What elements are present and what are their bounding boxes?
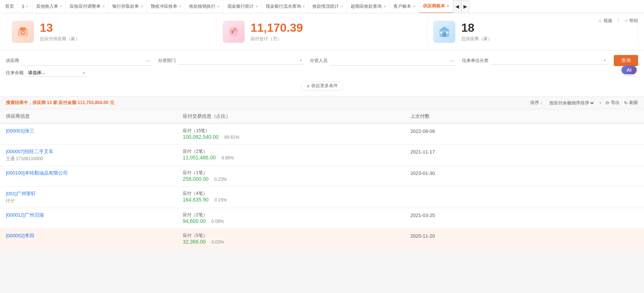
nav-tab-other-income-close[interactable]: × bbox=[60, 4, 62, 8]
nav-tab-cashbank-stat[interactable]: 现金银行统计 × bbox=[224, 0, 262, 13]
table-row: [000001]张三 应付（15笔） 100,092,540.00 89.61%… bbox=[0, 124, 644, 145]
sort-select[interactable]: 按应付余额倒序排序 bbox=[548, 100, 595, 106]
nav-tab-overdue-label: 超期应收款查询 bbox=[351, 3, 382, 10]
filter-dept: 分管部门 ▾ bbox=[158, 57, 304, 65]
nav-prev-arrow[interactable]: ◀ bbox=[453, 0, 461, 13]
tx-amount-5[interactable]: 94,600.00 bbox=[183, 218, 206, 224]
supplier-link-1[interactable]: [000001]张三 bbox=[6, 128, 34, 134]
tx-amount-4[interactable]: 164,635.90 bbox=[183, 197, 209, 203]
nav-tab-3-close[interactable]: × bbox=[26, 4, 28, 8]
col-header-lastpay: 上次付数 bbox=[410, 113, 638, 120]
nav-tab-prepay-close[interactable]: × bbox=[179, 4, 181, 8]
nav-tab-collection-label: 收款核销执行 bbox=[189, 3, 216, 10]
tx-amount-6[interactable]: 32,366.00 bbox=[183, 239, 206, 245]
supplier-info-4: [001]广州荣轩 仔仔 bbox=[6, 190, 183, 204]
filter-balance-label: 往来余额 bbox=[6, 70, 24, 76]
tx-label-5: 应付（2笔） bbox=[183, 212, 410, 218]
nav-tab-supplier-ledger[interactable]: 供应商账本 × bbox=[419, 0, 453, 13]
ai-button[interactable]: Ai bbox=[622, 66, 637, 74]
nav-tab-3-label: 3 bbox=[22, 4, 24, 9]
nav-tab-adjustment[interactable]: 应收应付调整单 × bbox=[66, 0, 109, 13]
supplier-link-4[interactable]: [001]广州荣轩 bbox=[6, 191, 36, 196]
supplier-info-1: [000001]张三 bbox=[6, 128, 183, 135]
card-number-store: 18 bbox=[461, 21, 492, 34]
table-row: [000007]恒旺二手叉车 王通 17106110000 应付（2笔） 11,… bbox=[0, 145, 644, 166]
nav-tab-customer-ledger-label: 客户账本 bbox=[393, 3, 411, 10]
supplier-sub-2: 王通 17106110000 bbox=[6, 156, 183, 162]
supplier-link-5[interactable]: [000012]广州贝瑞 bbox=[6, 212, 44, 218]
nav-tab-bank-close[interactable]: × bbox=[141, 4, 143, 8]
export-button[interactable]: ⟳ 导出 bbox=[606, 100, 620, 106]
nav-tab-collection-stat-label: 收款情况统计 bbox=[312, 3, 339, 10]
nav-tab-collection-stat-close[interactable]: × bbox=[341, 4, 343, 8]
nav-tab-collection-close[interactable]: × bbox=[217, 4, 220, 8]
result-supplier-unit: 家 bbox=[53, 100, 57, 105]
filter-area: 供应商 ··· 分管部门 ▾ 分管人员 ··· 往来单位分类 bbox=[0, 51, 644, 97]
tx-info-4: 应付（4笔） 164,635.90 0.15% bbox=[183, 190, 410, 203]
supplier-info-6: [000002]李四 bbox=[6, 232, 183, 240]
nav-tab-bank[interactable]: 银行存取款单 × bbox=[109, 0, 147, 13]
svg-point-7 bbox=[233, 27, 237, 32]
data-table: 供应商信息 应付交易信息（占比） 上次付数 [000001]张三 应付（15笔）… bbox=[0, 109, 644, 249]
nav-tab-other-income[interactable]: 其他收入单 × bbox=[32, 0, 66, 13]
nav-tab-adjustment-close[interactable]: × bbox=[102, 4, 105, 8]
filter-dept-select-wrapper: ▾ bbox=[178, 57, 304, 65]
search-button[interactable]: 查询 bbox=[614, 55, 638, 66]
top-navigation: 首页 3 × 其他收入单 × 应收应付调整单 × 银行存取款单 × 预收冲应收单… bbox=[0, 0, 644, 13]
tx-amount-3[interactable]: 258,000.00 bbox=[183, 176, 209, 182]
nav-tab-customer-ledger-close[interactable]: × bbox=[413, 4, 415, 8]
nav-tab-cashbank-flow[interactable]: 现金银行流水查询 × bbox=[262, 0, 309, 13]
supplier-dots-icon[interactable]: ··· bbox=[146, 58, 150, 63]
table-header: 供应商信息 应付交易信息（占比） 上次付数 bbox=[0, 109, 644, 124]
card-label-store: 总供应商（家） bbox=[461, 36, 492, 42]
supplier-link-2[interactable]: [000007]恒旺二手叉车 bbox=[6, 149, 53, 154]
person-dots-icon[interactable]: ··· bbox=[449, 58, 454, 63]
card-payable-suppliers: 13 总应付供应商（家） bbox=[6, 18, 217, 46]
nav-tab-customer-ledger[interactable]: 客户账本 × bbox=[390, 0, 419, 13]
help-link[interactable]: ⊙ 帮助 bbox=[624, 18, 638, 24]
tx-label-1: 应付（15笔） bbox=[183, 128, 410, 134]
nav-tab-3[interactable]: 3 × bbox=[18, 0, 32, 13]
filter-category-label: 往来单位分类 bbox=[462, 58, 489, 64]
nav-tab-prepay[interactable]: 预收冲应收单 × bbox=[147, 0, 185, 13]
supplier-link-6[interactable]: [000002]李四 bbox=[6, 233, 34, 238]
nav-tab-overdue[interactable]: 超期应收款查询 × bbox=[347, 0, 390, 13]
nav-tab-home[interactable]: 首页 bbox=[1, 0, 18, 13]
person-input[interactable] bbox=[332, 57, 449, 64]
balance-select[interactable]: 请选择... bbox=[28, 70, 83, 75]
summary-cards: 13 总应付供应商（家） ¥ 11,170.39 应付合计（万） bbox=[0, 13, 644, 51]
tx-amount-2[interactable]: 11,051,486.00 bbox=[183, 155, 216, 161]
nav-tab-overdue-close[interactable]: × bbox=[384, 4, 386, 8]
video-link[interactable]: ⊙ 视频 bbox=[598, 18, 612, 24]
nav-tab-cashbank-stat-label: 现金银行统计 bbox=[227, 3, 254, 10]
tx-info-6: 应付（5笔） 32,366.00 0.03% bbox=[183, 232, 410, 245]
tx-percent-6: 0.03% bbox=[211, 239, 224, 245]
filter-person-label: 分管人员 bbox=[310, 58, 328, 64]
tx-label-6: 应付（5笔） bbox=[183, 232, 410, 239]
supplier-link-3[interactable]: [000100]本特勤油品有限公司 bbox=[6, 170, 68, 176]
nav-tab-cashbank-flow-close[interactable]: × bbox=[303, 4, 305, 8]
svg-rect-11 bbox=[440, 32, 442, 34]
nav-tab-supplier-ledger-close[interactable]: × bbox=[447, 4, 449, 8]
card-label-payable: 总应付供应商（家） bbox=[40, 36, 80, 42]
nav-tab-cashbank-stat-close[interactable]: × bbox=[256, 4, 258, 8]
supplier-input[interactable] bbox=[24, 57, 146, 64]
tx-percent-4: 0.15% bbox=[214, 197, 227, 203]
nav-tab-cashbank-flow-label: 现金银行流水查询 bbox=[266, 3, 301, 10]
nav-tab-home-label: 首页 bbox=[5, 3, 14, 10]
collapse-button[interactable]: ∧ 收起更多条件 bbox=[301, 81, 343, 90]
nav-tab-collection-stat[interactable]: 收款情况统计 × bbox=[309, 0, 347, 13]
filter-supplier: 供应商 ··· bbox=[6, 56, 152, 66]
nav-tab-prepay-label: 预收冲应收单 bbox=[151, 3, 177, 10]
refresh-button[interactable]: ↻ 刷新 bbox=[624, 100, 638, 106]
nav-next-arrow[interactable]: ▶ bbox=[461, 0, 469, 13]
tx-label-3: 应付（1笔） bbox=[183, 170, 410, 176]
nav-tab-collection[interactable]: 收款核销执行 × bbox=[185, 0, 224, 13]
category-select[interactable] bbox=[493, 58, 604, 63]
tx-info-3: 应付（1笔） 258,000.00 0.23% bbox=[183, 170, 410, 182]
tx-amount-1[interactable]: 100,092,540.00 bbox=[183, 134, 218, 140]
tx-info-5: 应付（2笔） 94,600.00 0.08% bbox=[183, 212, 410, 224]
tx-info-2: 应付（2笔） 11,051,486.00 9.89% bbox=[183, 148, 410, 161]
dept-select[interactable] bbox=[180, 58, 300, 63]
filter-category-select-wrapper: ▾ bbox=[491, 57, 608, 65]
